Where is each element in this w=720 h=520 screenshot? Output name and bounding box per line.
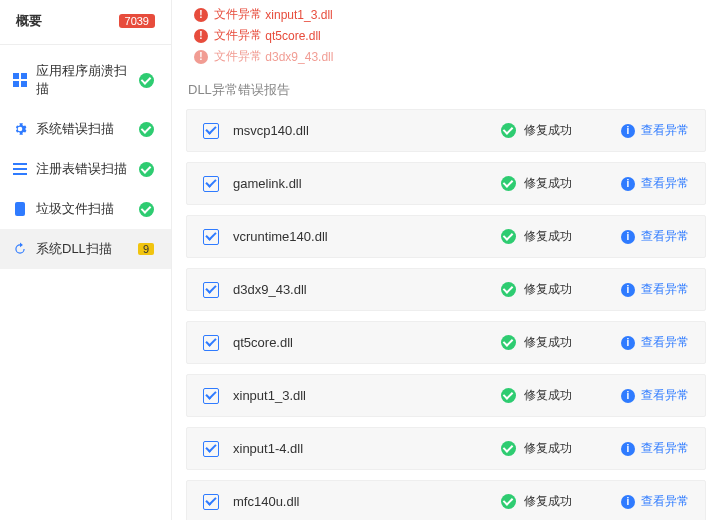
warning-prefix: 文件异常 bbox=[214, 48, 262, 65]
svg-rect-4 bbox=[13, 163, 27, 165]
alert-icon: ! bbox=[194, 29, 208, 43]
status-ok bbox=[137, 122, 155, 137]
svg-rect-6 bbox=[13, 173, 27, 175]
sidebar-item-junk[interactable]: 垃圾文件扫描 bbox=[0, 189, 171, 229]
table-row: xinput1_3.dll 修复成功 i查看异常 bbox=[186, 374, 706, 417]
file-name: mfc140u.dll bbox=[233, 494, 501, 509]
check-icon bbox=[501, 123, 516, 138]
alert-icon: ! bbox=[194, 8, 208, 22]
sidebar: 概要 7039 应用程序崩溃扫描 系统错误扫描 bbox=[0, 0, 172, 520]
file-name: xinput1_3.dll bbox=[233, 388, 501, 403]
warning-item: ! 文件异常 d3dx9_43.dll bbox=[194, 46, 706, 67]
check-icon bbox=[139, 162, 154, 177]
table-row: mfc140u.dll 修复成功 i查看异常 bbox=[186, 480, 706, 520]
file-name: d3dx9_43.dll bbox=[233, 282, 501, 297]
count-badge: 9 bbox=[138, 243, 154, 255]
checkbox[interactable] bbox=[203, 123, 219, 139]
check-icon bbox=[139, 73, 154, 88]
checkbox[interactable] bbox=[203, 282, 219, 298]
table-row: qt5core.dll 修复成功 i查看异常 bbox=[186, 321, 706, 364]
sidebar-item-label: 垃圾文件扫描 bbox=[36, 200, 137, 218]
svg-rect-2 bbox=[13, 81, 19, 87]
warning-file: xinput1_3.dll bbox=[265, 8, 332, 22]
gear-icon bbox=[12, 121, 28, 137]
view-link[interactable]: i查看异常 bbox=[621, 440, 689, 457]
trash-icon bbox=[12, 201, 28, 217]
table-row: xinput1-4.dll 修复成功 i查看异常 bbox=[186, 427, 706, 470]
svg-rect-1 bbox=[21, 73, 27, 79]
view-link[interactable]: i查看异常 bbox=[621, 334, 689, 351]
check-icon bbox=[501, 494, 516, 509]
grid-icon bbox=[12, 72, 28, 88]
svg-rect-3 bbox=[21, 81, 27, 87]
svg-rect-7 bbox=[15, 202, 25, 216]
info-icon: i bbox=[621, 336, 635, 350]
info-icon: i bbox=[621, 124, 635, 138]
sidebar-count-badge: 7039 bbox=[119, 14, 155, 28]
check-icon bbox=[501, 388, 516, 403]
result-list: msvcp140.dll 修复成功 i查看异常 gamelink.dll 修复成… bbox=[186, 109, 706, 520]
file-name: gamelink.dll bbox=[233, 176, 501, 191]
checkbox[interactable] bbox=[203, 176, 219, 192]
sidebar-header: 概要 7039 bbox=[0, 0, 171, 45]
view-link[interactable]: i查看异常 bbox=[621, 228, 689, 245]
sidebar-item-dll[interactable]: 系统DLL扫描 9 bbox=[0, 229, 171, 269]
table-row: msvcp140.dll 修复成功 i查看异常 bbox=[186, 109, 706, 152]
status-cell: 修复成功 bbox=[501, 440, 621, 457]
table-row: d3dx9_43.dll 修复成功 i查看异常 bbox=[186, 268, 706, 311]
checkbox[interactable] bbox=[203, 441, 219, 457]
file-name: qt5core.dll bbox=[233, 335, 501, 350]
warning-prefix: 文件异常 bbox=[214, 27, 262, 44]
sidebar-item-label: 注册表错误扫描 bbox=[36, 160, 137, 178]
view-link[interactable]: i查看异常 bbox=[621, 281, 689, 298]
check-icon bbox=[139, 122, 154, 137]
sidebar-item-label: 系统错误扫描 bbox=[36, 120, 137, 138]
svg-rect-0 bbox=[13, 73, 19, 79]
info-icon: i bbox=[621, 442, 635, 456]
sidebar-list: 应用程序崩溃扫描 系统错误扫描 注册表错误扫描 bbox=[0, 45, 171, 269]
warning-file: d3dx9_43.dll bbox=[265, 50, 333, 64]
check-icon bbox=[501, 229, 516, 244]
warning-list: ! 文件异常 xinput1_3.dll ! 文件异常 qt5core.dll … bbox=[186, 0, 706, 75]
status-cell: 修复成功 bbox=[501, 281, 621, 298]
sidebar-item-system-error[interactable]: 系统错误扫描 bbox=[0, 109, 171, 149]
check-icon bbox=[501, 335, 516, 350]
checkbox[interactable] bbox=[203, 335, 219, 351]
file-name: msvcp140.dll bbox=[233, 123, 501, 138]
info-icon: i bbox=[621, 389, 635, 403]
check-icon bbox=[501, 441, 516, 456]
section-title: DLL异常错误报告 bbox=[186, 75, 706, 109]
warning-file: qt5core.dll bbox=[265, 29, 320, 43]
warning-item: ! 文件异常 xinput1_3.dll bbox=[194, 4, 706, 25]
info-icon: i bbox=[621, 495, 635, 509]
sidebar-item-label: 系统DLL扫描 bbox=[36, 240, 137, 258]
status-count: 9 bbox=[137, 243, 155, 255]
status-ok bbox=[137, 202, 155, 217]
sidebar-item-app-crash[interactable]: 应用程序崩溃扫描 bbox=[0, 51, 171, 109]
status-cell: 修复成功 bbox=[501, 122, 621, 139]
checkbox[interactable] bbox=[203, 494, 219, 510]
status-ok bbox=[137, 73, 155, 88]
sidebar-title: 概要 bbox=[16, 12, 42, 30]
main: ! 文件异常 xinput1_3.dll ! 文件异常 qt5core.dll … bbox=[172, 0, 720, 520]
check-icon bbox=[501, 176, 516, 191]
table-row: vcruntime140.dll 修复成功 i查看异常 bbox=[186, 215, 706, 258]
list-icon bbox=[12, 161, 28, 177]
checkbox[interactable] bbox=[203, 229, 219, 245]
view-link[interactable]: i查看异常 bbox=[621, 122, 689, 139]
refresh-icon bbox=[12, 241, 28, 257]
view-link[interactable]: i查看异常 bbox=[621, 493, 689, 510]
status-cell: 修复成功 bbox=[501, 175, 621, 192]
status-ok bbox=[137, 162, 155, 177]
info-icon: i bbox=[621, 283, 635, 297]
sidebar-item-registry[interactable]: 注册表错误扫描 bbox=[0, 149, 171, 189]
view-link[interactable]: i查看异常 bbox=[621, 175, 689, 192]
sidebar-item-label: 应用程序崩溃扫描 bbox=[36, 62, 137, 98]
table-row: gamelink.dll 修复成功 i查看异常 bbox=[186, 162, 706, 205]
checkbox[interactable] bbox=[203, 388, 219, 404]
info-icon: i bbox=[621, 230, 635, 244]
info-icon: i bbox=[621, 177, 635, 191]
status-cell: 修复成功 bbox=[501, 493, 621, 510]
view-link[interactable]: i查看异常 bbox=[621, 387, 689, 404]
file-name: vcruntime140.dll bbox=[233, 229, 501, 244]
